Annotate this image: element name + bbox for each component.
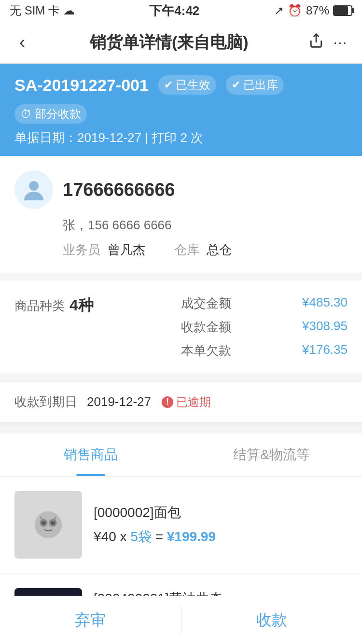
confirm-button[interactable]: 收款 [181, 596, 362, 644]
status-badge-partial: ⏱ 部分收款 [14, 104, 87, 124]
customer-section: 17666666666 张，156 6666 6666 业务员 曾凡杰 仓库 总… [0, 156, 362, 273]
product-type-label: 商品种类 [14, 297, 65, 314]
tabs: 销售商品 结算&物流等 [0, 434, 362, 476]
product-name-1: [0000002]面包 [94, 504, 348, 522]
order-id: SA-20191227-001 [14, 76, 149, 95]
salesperson-label: 业务员 [63, 242, 100, 257]
product-type-value: 4种 [70, 295, 94, 316]
overdue-text: 已逾期 [176, 394, 211, 410]
alarm-icon: ⏰ [288, 4, 302, 17]
status-left: 无 SIM 卡 ☁ [10, 3, 75, 18]
status-time: 下午4:42 [149, 2, 199, 19]
warehouse-label: 仓库 [174, 242, 199, 257]
warehouse-value: 总仓 [207, 242, 232, 257]
received-value: ¥308.95 [302, 319, 348, 336]
due-section: 收款到期日 2019-12-27 ! 已逾期 [0, 381, 362, 426]
salesperson-value: 曾凡杰 [108, 242, 145, 257]
due-label: 收款到期日 [14, 393, 77, 410]
more-icon[interactable]: ··· [334, 35, 348, 50]
status-badge-shipped: ✔ 已出库 [226, 75, 284, 95]
sim-status: 无 SIM 卡 ☁ [10, 3, 75, 18]
tab-label-1: 销售商品 [64, 446, 118, 464]
amount-label: 成交金额 [181, 295, 231, 312]
tab-sales-products[interactable]: 销售商品 [0, 434, 181, 476]
stats-section: 商品种类 4种 成交金额 ¥485.30 收款金额 ¥308.95 本单欠款 ¥… [0, 280, 362, 374]
status-bar: 无 SIM 卡 ☁ 下午4:42 ↗ ⏰ 87% [0, 0, 362, 21]
back-button[interactable]: ‹ [14, 28, 30, 57]
amount-value: ¥485.30 [302, 295, 348, 312]
table-row: [0000002]面包 ¥40 x 5袋 = ¥199.99 [0, 476, 362, 574]
customer-phone: 17666666666 [63, 180, 175, 200]
nav-actions: ··· [308, 33, 348, 52]
product-thumbnail-1 [14, 491, 82, 559]
overdue-icon: ! [162, 396, 173, 408]
tab-label-2: 结算&物流等 [233, 446, 310, 464]
order-meta: 单据日期：2019-12-27 | 打印 2 次 [14, 129, 348, 146]
overdue-badge: ! 已逾期 [162, 394, 211, 410]
battery-icon [333, 5, 352, 16]
debt-label: 本单欠款 [181, 342, 231, 359]
product-price-1: ¥40 x 5袋 = ¥199.99 [94, 528, 348, 546]
customer-contact: 张，156 6666 6666 [14, 217, 348, 234]
svg-point-3 [35, 511, 62, 538]
page-title: 销货单详情(来自电脑) [30, 31, 308, 54]
product-info-1: [0000002]面包 ¥40 x 5袋 = ¥199.99 [94, 504, 348, 546]
bottom-bar: 弃审 收款 [0, 596, 362, 644]
avatar [14, 170, 53, 209]
status-right: ↗ ⏰ 87% [274, 4, 352, 17]
cancel-button[interactable]: 弃审 [0, 596, 181, 644]
tab-settlement[interactable]: 结算&物流等 [181, 434, 362, 476]
status-badge-effective: ✔ 已生效 [158, 75, 216, 95]
debt-value: ¥176.35 [302, 342, 348, 359]
location-icon: ↗ [274, 4, 284, 17]
battery-status: 87% [306, 4, 329, 17]
svg-point-2 [29, 181, 39, 191]
due-date: 2019-12-27 [87, 394, 151, 409]
nav-bar: ‹ 销货单详情(来自电脑) ··· [0, 21, 362, 64]
received-label: 收款金额 [181, 319, 231, 336]
order-banner: SA-20191227-001 ✔ 已生效 ✔ 已出库 ⏱ 部分收款 单据日期：… [0, 64, 362, 156]
share-icon[interactable] [308, 33, 324, 52]
customer-meta: 业务员 曾凡杰 仓库 总仓 [14, 241, 348, 258]
